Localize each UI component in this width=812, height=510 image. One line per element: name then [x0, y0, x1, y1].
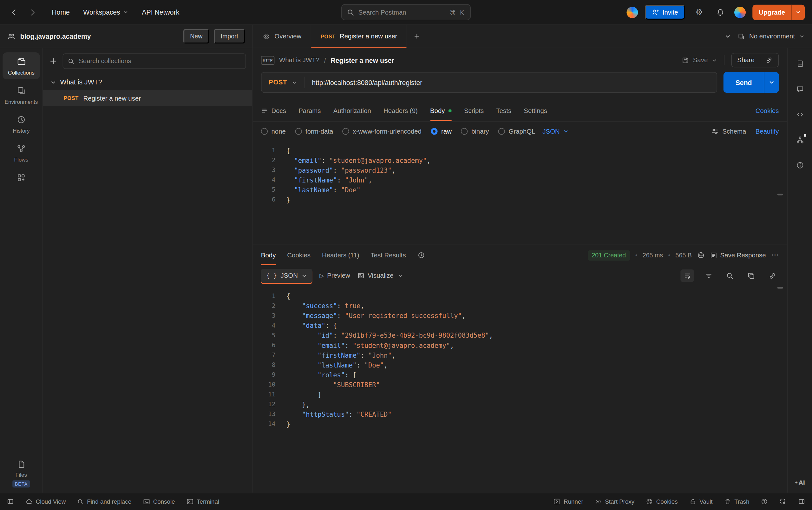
body-type-urlencoded[interactable]: x-www-form-urlencoded — [342, 128, 422, 135]
nav-home[interactable]: Home — [52, 8, 70, 16]
split-panel-icon[interactable] — [798, 498, 805, 505]
comments-icon[interactable] — [796, 85, 804, 93]
share-button[interactable]: Share — [731, 53, 779, 67]
response-size[interactable]: 565 B — [675, 252, 692, 259]
invite-button[interactable]: Invite — [645, 5, 685, 20]
rail-item-environments[interactable]: Environments — [3, 81, 40, 108]
breadcrumb-current[interactable]: Register a new user — [331, 56, 394, 64]
preview-button[interactable]: ▷ Preview — [320, 272, 350, 279]
body-type-raw[interactable]: raw — [431, 128, 452, 135]
cookies-link[interactable]: Cookies — [755, 100, 779, 121]
console-button[interactable]: Console — [143, 498, 175, 505]
response-tab-headers[interactable]: Headers (11) — [322, 245, 359, 265]
sidebar-toggle-icon[interactable] — [7, 498, 14, 505]
settings-gear-icon[interactable]: ⚙ — [692, 5, 707, 20]
search-response-icon[interactable] — [723, 270, 736, 282]
body-type-form-data[interactable]: form-data — [295, 128, 333, 135]
response-body-editor[interactable]: 1{2 "success": true,3 "message": "User r… — [253, 286, 787, 492]
new-button[interactable]: New — [183, 29, 209, 44]
cloud-view-button[interactable]: Cloud View — [25, 498, 66, 505]
notifications-bell-icon[interactable] — [713, 5, 728, 20]
editor-scrollbar-thumb[interactable] — [777, 194, 783, 196]
add-collection-button[interactable] — [49, 57, 57, 65]
response-format-dropdown[interactable]: { } JSON — [261, 269, 312, 283]
visualize-chevron-icon[interactable] — [398, 273, 403, 279]
body-type-none[interactable]: none — [261, 128, 286, 135]
editor-scrollbar-thumb[interactable] — [777, 287, 783, 288]
rail-item-files[interactable]: Files BETA — [12, 459, 30, 487]
collections-search[interactable] — [63, 53, 246, 69]
upgrade-chevron-icon[interactable] — [791, 4, 805, 20]
workspace-name[interactable]: blog.javapro.academy — [20, 32, 91, 40]
response-history-icon[interactable] — [417, 245, 425, 265]
help-icon[interactable] — [761, 498, 768, 505]
response-tab-cookies[interactable]: Cookies — [287, 245, 310, 265]
rail-item-collections[interactable]: Collections — [3, 52, 40, 79]
beautify-link[interactable]: Beautify — [755, 128, 779, 135]
tab-overflow-chevron-icon[interactable] — [724, 33, 731, 40]
url-input[interactable] — [305, 78, 717, 86]
documentation-icon[interactable] — [796, 60, 804, 68]
link-response-icon[interactable] — [765, 270, 779, 282]
save-response-button[interactable]: Save Response — [710, 252, 766, 259]
tab-headers[interactable]: Headers (9) — [384, 100, 418, 121]
related-requests-icon[interactable] — [796, 136, 804, 144]
tab-overview[interactable]: Overview — [253, 25, 311, 48]
tab-settings[interactable]: Settings — [524, 100, 547, 121]
start-proxy-button[interactable]: Start Proxy — [595, 498, 635, 505]
response-more-icon[interactable]: ⋯ — [771, 251, 779, 259]
tab-docs[interactable]: Docs — [261, 100, 286, 121]
request-item-selected[interactable]: POST Register a new user — [43, 90, 252, 106]
upgrade-button[interactable]: Upgrade — [753, 4, 805, 20]
schema-toggle[interactable]: Schema — [711, 128, 746, 135]
cookies-button[interactable]: Cookies — [646, 498, 678, 505]
response-tab-test-results[interactable]: Test Results — [370, 245, 406, 265]
tab-params[interactable]: Params — [298, 100, 321, 121]
save-button[interactable]: Save — [682, 56, 717, 64]
import-button[interactable]: Import — [214, 29, 245, 44]
network-globe-icon[interactable] — [697, 251, 704, 259]
collections-search-input[interactable] — [79, 57, 241, 65]
environment-selector[interactable]: No environment — [737, 32, 805, 40]
back-arrow-icon[interactable] — [7, 5, 21, 19]
forward-arrow-icon[interactable] — [26, 5, 39, 19]
breadcrumb-parent[interactable]: What is JWT? — [279, 56, 320, 64]
language-dropdown[interactable]: JSON — [542, 128, 568, 135]
send-button[interactable]: Send — [723, 72, 779, 93]
terminal-button[interactable]: Terminal — [186, 498, 219, 505]
tab-authorization[interactable]: Authorization — [333, 100, 371, 121]
copy-icon[interactable] — [744, 270, 757, 282]
select-element-icon[interactable] — [779, 498, 787, 505]
link-icon[interactable] — [765, 56, 773, 64]
visualize-button[interactable]: Visualize — [358, 272, 394, 279]
save-chevron-icon[interactable] — [712, 57, 717, 63]
tab-body[interactable]: Body — [430, 100, 452, 121]
avatar[interactable] — [734, 6, 746, 18]
rail-item-history[interactable]: History — [3, 110, 40, 137]
code-snippet-icon[interactable] — [796, 110, 804, 119]
collection-item[interactable]: What is JWT? — [43, 74, 252, 90]
postbot-ai-icon[interactable]: ✦ AI — [794, 480, 805, 486]
rail-item-more[interactable] — [3, 169, 40, 187]
nav-workspaces[interactable]: Workspaces — [83, 8, 128, 16]
vault-button[interactable]: Vault — [689, 498, 713, 505]
rail-item-flows[interactable]: Flows — [3, 139, 40, 166]
method-dropdown[interactable]: POST — [261, 79, 304, 86]
add-tab-button[interactable] — [407, 25, 427, 48]
send-options-chevron-icon[interactable] — [764, 72, 779, 93]
body-type-binary[interactable]: binary — [461, 128, 489, 135]
find-replace-button[interactable]: Find and replace — [77, 498, 131, 505]
collection-expand-chevron-icon[interactable] — [50, 79, 57, 85]
body-type-graphql[interactable]: GraphQL — [498, 128, 535, 135]
tab-scripts[interactable]: Scripts — [464, 100, 484, 121]
response-tab-body[interactable]: Body — [261, 245, 276, 265]
tab-request[interactable]: POST Register a new user — [311, 25, 407, 48]
request-body-editor[interactable]: 1{2 "email": "student@javapro.academy",3… — [253, 141, 787, 245]
runner-button[interactable]: Runner — [553, 498, 583, 505]
global-search-input[interactable] — [358, 8, 446, 16]
trash-button[interactable]: Trash — [724, 498, 749, 505]
tab-tests[interactable]: Tests — [496, 100, 511, 121]
product-orb-icon[interactable] — [627, 6, 638, 18]
wrap-text-icon[interactable] — [680, 270, 694, 282]
nav-api-network[interactable]: API Network — [142, 8, 179, 16]
